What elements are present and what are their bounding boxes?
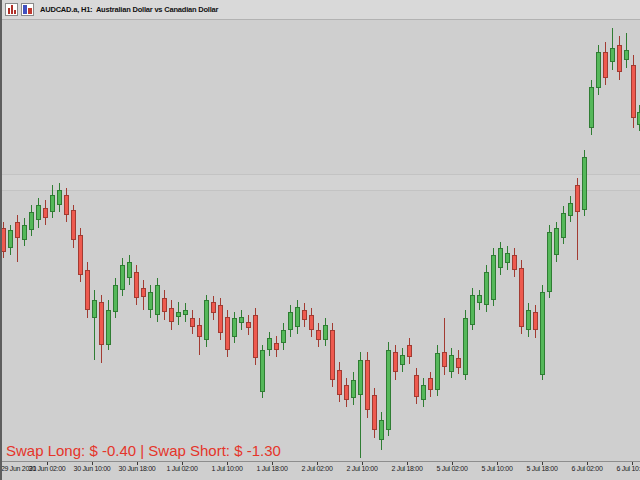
time-axis[interactable]: 29 Jun 202130 Jun 02:0030 Jun 10:0030 Ju… (0, 462, 640, 480)
candle-body (281, 330, 286, 343)
candle-body (246, 322, 251, 328)
candle-body (134, 272, 139, 298)
chart-area[interactable] (0, 0, 640, 461)
candle-body (344, 385, 349, 400)
candle-body (288, 312, 293, 330)
candle-body (15, 222, 20, 238)
candlestick-chart-icon (21, 3, 34, 16)
candle-body (225, 317, 230, 350)
candle-body (561, 213, 566, 238)
candle-body (169, 308, 174, 322)
candle-body (92, 300, 97, 318)
candle-body (176, 312, 181, 317)
candle-body (589, 87, 594, 128)
candle-body (120, 265, 125, 290)
candle-body (253, 315, 258, 358)
candle-body (533, 312, 538, 330)
candle-body (155, 285, 160, 315)
candle-body (71, 210, 76, 240)
candle-body (491, 255, 496, 300)
time-axis-label: 30 Jun 18:00 (119, 465, 156, 472)
candle-body (463, 318, 468, 375)
window-left-border (0, 0, 2, 480)
candle-body (407, 345, 412, 357)
candle-body (631, 65, 636, 118)
swap-info-label: Swap Long: $ -0.40 | Swap Short: $ -1.30 (6, 442, 281, 459)
candle-body (554, 228, 559, 255)
time-axis-label: 2 Jul 18:00 (392, 465, 423, 472)
candle-body (36, 205, 41, 220)
candle-body (267, 338, 272, 350)
candle-body (477, 295, 482, 303)
candle-body (190, 318, 195, 327)
candle-body (540, 292, 545, 375)
candle-body (22, 225, 27, 240)
candle-body (400, 355, 405, 365)
candle-body (526, 310, 531, 330)
candle-body (582, 157, 587, 210)
candle-body (568, 203, 573, 216)
candle-body (8, 230, 13, 248)
grid-line-lower (2, 190, 640, 191)
candle-body (85, 270, 90, 310)
candle-body (29, 212, 34, 230)
candle-body (435, 353, 440, 390)
candle-body (43, 208, 48, 218)
candle-body (183, 310, 188, 315)
candle-body (575, 185, 580, 212)
candle-body (393, 352, 398, 372)
candle-body (498, 248, 503, 268)
candle-body (309, 315, 314, 330)
candle-body (64, 195, 69, 215)
candle-body (197, 325, 202, 337)
time-axis-label: 6 Jul 02:00 (572, 465, 603, 472)
candle-body (519, 268, 524, 327)
candle-body (358, 360, 363, 395)
candle-body (218, 305, 223, 333)
candle-body (365, 360, 370, 410)
time-axis-label: 1 Jul 10:00 (212, 465, 243, 472)
candle-body (372, 395, 377, 430)
candle-body (449, 355, 454, 372)
candle-body (428, 378, 433, 390)
candle-body (456, 358, 461, 368)
candle-body (211, 302, 216, 313)
time-axis-label: 6 Jul 10:00 (617, 465, 640, 472)
time-axis-label: 2 Jul 10:00 (347, 465, 378, 472)
candle-body (512, 255, 517, 270)
candle-body (260, 350, 265, 392)
candle-body (442, 352, 447, 367)
candle-body (603, 52, 608, 78)
candle-body (239, 317, 244, 323)
candle-body (162, 298, 167, 312)
candle-body (617, 45, 622, 72)
candle-body (50, 195, 55, 212)
candle-body (421, 385, 426, 400)
candle-body (232, 318, 237, 337)
candle-body (316, 330, 321, 340)
candle-body (351, 380, 356, 398)
chart-window: AUDCAD.a, H1: Australian Dollar vs Canad… (0, 0, 640, 480)
candle-body (127, 262, 132, 278)
time-axis-label: 2 Jul 02:00 (302, 465, 333, 472)
candle-body (302, 310, 307, 320)
candle-body (470, 295, 475, 325)
time-axis-label: 5 Jul 10:00 (482, 465, 513, 472)
candle-body (106, 310, 111, 345)
candle-body (547, 232, 552, 292)
time-axis-label: 5 Jul 18:00 (527, 465, 558, 472)
candle-body (99, 302, 104, 345)
candle-body (113, 285, 118, 312)
candle-body (330, 330, 335, 380)
candle-body (386, 350, 391, 430)
time-axis-label: 1 Jul 18:00 (257, 465, 288, 472)
candle-body (274, 343, 279, 350)
candle-body (295, 307, 300, 327)
time-axis-label: 5 Jul 02:00 (437, 465, 468, 472)
title-bar[interactable]: AUDCAD.a, H1: Australian Dollar vs Canad… (2, 0, 640, 20)
candle-body (148, 292, 153, 310)
candle-body (204, 300, 209, 340)
candle-body (414, 375, 419, 397)
time-axis-label: 30 Jun 02:00 (29, 465, 66, 472)
time-axis-label: 1 Jul 02:00 (167, 465, 198, 472)
